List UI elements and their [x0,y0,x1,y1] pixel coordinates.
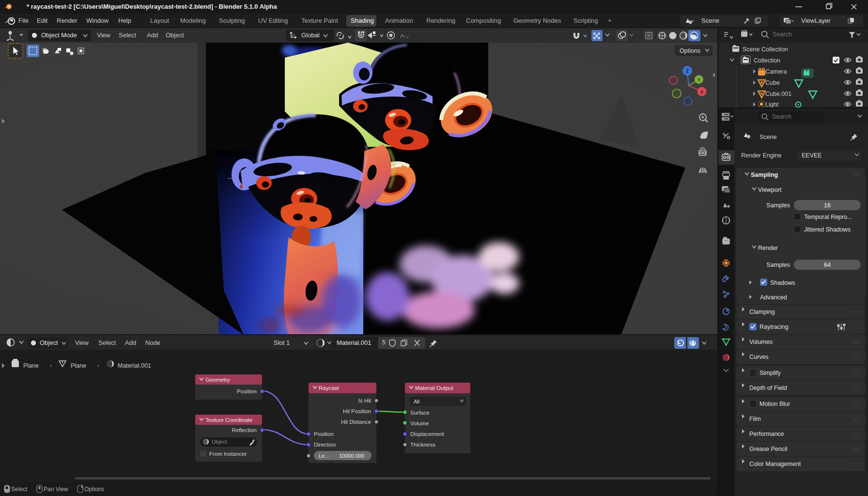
svg-text:Options: Options [680,47,700,54]
svg-text:Performance: Performance [749,431,784,437]
svg-text:Clamping: Clamping [749,309,775,315]
svg-text:Is Hit: Is Hit [358,398,372,403]
svg-text:Samples: Samples [766,262,790,268]
svg-text:Volumes: Volumes [749,339,773,345]
svg-text:Position: Position [237,388,257,394]
svg-text:Y: Y [698,77,701,82]
svg-text:Motion Blur: Motion Blur [760,401,790,407]
svg-text:::::: :::: [853,432,860,437]
svg-text:::::: :::: [853,371,860,376]
svg-text:Material Output: Material Output [415,385,453,391]
svg-text:::::: :::: [853,402,860,407]
svg-text:Z: Z [686,68,689,74]
svg-text:::::: :::: [853,325,860,330]
svg-text:Viewport: Viewport [758,186,782,193]
svg-text:Hit Distance: Hit Distance [341,419,371,425]
svg-text:Sampling: Sampling [751,171,778,178]
svg-text:Position: Position [314,431,334,437]
svg-text:Search: Search [772,113,791,120]
svg-text:::::: :::: [853,417,860,422]
svg-text:Search: Search [773,31,792,38]
svg-text:::::: :::: [853,447,860,452]
svg-text:Grease Pencil: Grease Pencil [749,446,788,452]
svg-text:Plane: Plane [23,362,39,369]
svg-text:X: X [700,89,704,94]
svg-text:Direction: Direction [314,442,336,448]
svg-text:›: › [50,362,52,368]
svg-text:64: 64 [824,262,831,268]
svg-text:Options: Options [84,486,104,493]
svg-text:Jittered Shadows: Jittered Shadows [804,226,851,233]
svg-text:Displacement: Displacement [410,431,444,437]
svg-text:Plane: Plane [71,362,86,369]
svg-text:From Instancer: From Instancer [209,451,247,457]
svg-text:Material.001: Material.001 [118,362,151,369]
svg-text:Curves: Curves [749,354,769,360]
svg-text:Surface: Surface [410,410,430,416]
svg-text:::::: :::: [853,172,860,177]
svg-text:›: › [97,362,99,368]
svg-text:::::: :::: [853,310,860,315]
svg-text:Temporal Repro...: Temporal Repro... [804,214,852,220]
svg-text:Collection: Collection [754,57,780,64]
svg-text:Cube.001: Cube.001 [765,91,791,97]
svg-text:Film: Film [749,416,761,422]
svg-text:Raytracing: Raytracing [760,324,789,330]
svg-text:Texture Coordinate: Texture Coordinate [205,417,252,423]
svg-text:Advanced: Advanced [760,294,787,301]
svg-text:Raycast: Raycast [319,385,339,391]
svg-text:Geometry: Geometry [205,377,230,383]
svg-text:Light: Light [765,101,779,108]
svg-text:Color Management: Color Management [749,461,801,467]
svg-text:Scene Collection: Scene Collection [743,46,788,53]
svg-text:Shadows: Shadows [770,279,795,286]
svg-text:Render Engine: Render Engine [741,152,781,159]
svg-text:Pan View: Pan View [44,486,68,493]
svg-text:::::: :::: [853,340,860,345]
svg-text:Camera: Camera [765,68,787,75]
svg-text:16: 16 [824,202,831,209]
svg-text:::::: :::: [853,386,860,391]
svg-text:Render: Render [758,245,778,251]
svg-text:10000.000: 10000.000 [339,453,364,459]
svg-text:Samples: Samples [766,202,790,209]
svg-text:Thickness: Thickness [410,442,435,448]
svg-text:::::: :::: [853,462,860,467]
svg-text:Depth of Field: Depth of Field [749,385,787,391]
svg-text:All: All [414,399,419,404]
svg-text:EEVEE: EEVEE [802,152,822,159]
svg-text:Le...: Le... [319,453,329,459]
svg-text:::::: :::: [853,355,860,360]
svg-text:Cube: Cube [765,79,780,86]
svg-text:Object: Object [212,439,227,445]
svg-text:Reflection: Reflection [232,427,257,433]
svg-text:Scene: Scene [760,134,776,140]
svg-text:Volume: Volume [410,420,429,426]
svg-text:Hit Position: Hit Position [343,408,371,414]
svg-text:Simplify: Simplify [760,370,781,376]
svg-text:Select: Select [11,486,28,493]
